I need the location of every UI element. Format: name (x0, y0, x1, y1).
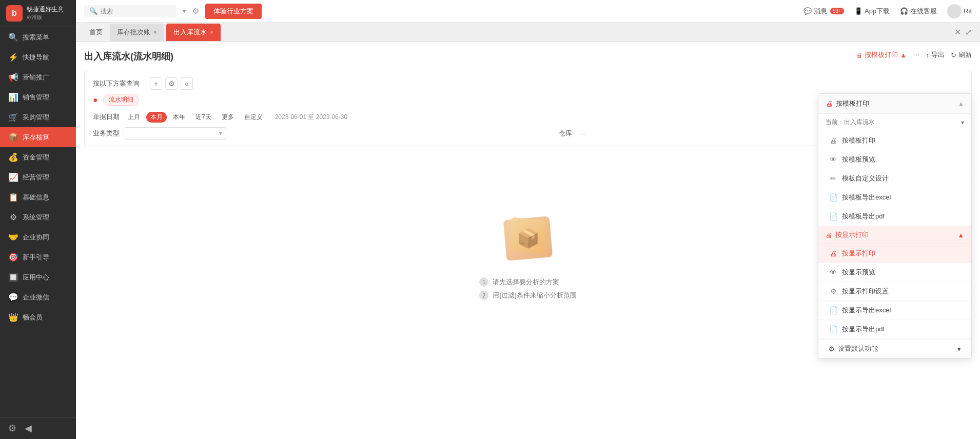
close-window-button[interactable]: ✕ (954, 27, 961, 37)
tag-dot-icon: ● (93, 95, 98, 105)
message-badge: 99+ (830, 8, 844, 14)
dropdown-display-settings[interactable]: ⚙ 按显示打印设置 (818, 282, 971, 301)
filter-actions: + ⚙ « (150, 77, 193, 90)
dropdown-print-icon: 🖨 (826, 99, 833, 108)
box-icon: 📦 (8, 132, 18, 142)
page-title: 出入库流水(流水明细) (84, 50, 972, 63)
handshake-icon: 🤝 (8, 232, 18, 242)
sidebar-item-search[interactable]: 🔍 搜索菜单 (0, 27, 76, 47)
search-input[interactable] (101, 8, 162, 15)
tabbar: 首页 库存批次账 × 出入库流水 × ✕ ⤢ (76, 23, 980, 42)
cart-icon: 🛒 (8, 112, 18, 122)
collapse-filter-button[interactable]: « (181, 77, 193, 90)
dropdown-collapse-icon[interactable]: ▲ (958, 100, 964, 107)
online-service-button[interactable]: 🎧 在线客服 (900, 7, 937, 16)
date-opt-custom[interactable]: 自定义 (240, 112, 267, 123)
tab-inventory-batch-close[interactable]: × (153, 29, 157, 36)
sidebar-item-system[interactable]: ⚙ 系统管理 (0, 207, 76, 227)
sidebar-item-sales[interactable]: 📊 销售管理 (0, 87, 76, 107)
sidebar-bottom: ⚙ ◀ (0, 417, 76, 439)
messages-button[interactable]: 💬 消息 99+ (803, 7, 844, 16)
empty-step-2: 2 用[过滤]条件来缩小分析范围 (479, 291, 576, 300)
dropdown-footer[interactable]: ⚙ 设置默认功能 ▾ (818, 339, 971, 358)
edit-item-icon: ✏ (829, 174, 838, 183)
collapse-sidebar-icon[interactable]: ◀ (25, 423, 32, 434)
trial-button[interactable]: 体验行业方案 (205, 4, 262, 19)
avatar-img (947, 4, 962, 18)
date-range: 2023-06-01 至 2023-06-30 (275, 113, 347, 122)
filter-label: 按以下方案查询 (93, 79, 140, 88)
biz-type-label: 业务类型 (93, 129, 120, 138)
warehouse-more-icon[interactable]: ··· (580, 130, 586, 137)
sidebar-item-purchase[interactable]: 🛒 采购管理 (0, 107, 76, 127)
dropdown-template-excel[interactable]: 📄 按模板导出excel (818, 188, 971, 207)
biz-type-field: 业务类型 ▾ (93, 127, 226, 139)
dropdown-template-pdf[interactable]: 📄 按模板导出pdf (818, 207, 971, 226)
flow-detail-tag[interactable]: 流水明细 (103, 94, 139, 106)
sidebar-item-operations[interactable]: 📈 经营管理 (0, 167, 76, 187)
dropdown-template-preview[interactable]: 👁 按模板预览 (818, 150, 971, 169)
display-preview-icon: 👁 (829, 268, 838, 276)
tab-home[interactable]: 首页 (84, 24, 108, 41)
topbar-search[interactable]: 🔍 (84, 5, 177, 17)
sidebar-item-guide[interactable]: 🎯 新手引导 (0, 247, 76, 267)
dropdown-template-custom[interactable]: ✏ 模板自定义设计 (818, 169, 971, 188)
date-field: 单据日期 上月 本月 本年 近7天 更多 自定义 2023-06-01 至 20… (93, 112, 347, 123)
pdf-item-icon: 📄 (829, 212, 838, 221)
dropdown-display-print[interactable]: 🖨 按显示打印 (818, 244, 971, 263)
preview-item-icon: 👁 (829, 155, 838, 164)
dropdown-display-excel[interactable]: 📄 按显示导出excel (818, 301, 971, 320)
search-topbar-icon: 🔍 (89, 7, 97, 15)
sidebar-item-finance[interactable]: 💰 资金管理 (0, 147, 76, 167)
refresh-button[interactable]: ↻ 刷新 (951, 50, 972, 59)
display-section-icon: 🖨 (826, 231, 832, 239)
dropdown-template-print[interactable]: 🖨 按模板打印 (818, 131, 971, 150)
tab-inventory-flow[interactable]: 出入库流水 × (166, 24, 221, 41)
dropdown-current: 当前：出入库流水 ▾ (818, 114, 971, 131)
sidebar-item-apps[interactable]: 🔲 应用中心 (0, 267, 76, 287)
topbar-gear-icon[interactable]: ⚙ (192, 6, 199, 16)
tab-inventory-batch[interactable]: 库存批次账 × (110, 24, 164, 41)
settings-icon[interactable]: ⚙ (8, 423, 16, 434)
search-dropdown-icon[interactable]: ▾ (183, 8, 186, 15)
settings-filter-button[interactable]: ⚙ (165, 77, 178, 90)
add-filter-button[interactable]: + (150, 77, 162, 90)
display-section-chevron-up[interactable]: ▲ (957, 231, 964, 239)
tabbar-right: ✕ ⤢ (954, 27, 972, 37)
grid-icon: 🔲 (8, 272, 18, 282)
empty-box-icon: 📦 (517, 228, 540, 249)
user-name: Rit (964, 7, 972, 15)
sidebar-item-inventory[interactable]: 📦 库存核算 (0, 127, 76, 147)
footer-chevron-icon: ▾ (957, 345, 961, 353)
user-avatar[interactable]: Rit (947, 4, 972, 18)
sidebar-item-members[interactable]: 👑 畅会员 (0, 307, 76, 327)
date-opt-7days[interactable]: 近7天 (191, 112, 215, 123)
sidebar-item-quick-nav[interactable]: ⚡ 快捷导航 (0, 47, 76, 67)
dropdown-display-pdf[interactable]: 📄 按显示导出pdf (818, 320, 971, 339)
date-opt-last-month[interactable]: 上月 (124, 112, 144, 123)
topbar: 🔍 ▾ ⚙ 体验行业方案 💬 消息 99+ 📱 App下载 🎧 在线客服 Rit (76, 0, 980, 23)
dropdown-display-preview[interactable]: 👁 按显示预览 (818, 263, 971, 282)
biz-type-select[interactable] (124, 127, 226, 139)
target-icon: 🎯 (8, 252, 18, 262)
app-logo-icon: b (6, 5, 23, 22)
sidebar-item-basic[interactable]: 📋 基础信息 (0, 187, 76, 207)
date-opt-this-year[interactable]: 本年 (169, 112, 189, 123)
app-download-button[interactable]: 📱 App下载 (854, 7, 890, 16)
sidebar-item-wechat[interactable]: 💬 企业微信 (0, 287, 76, 307)
dropdown-display-section[interactable]: 🖨 按显示打印 ▲ (818, 226, 971, 244)
tab-inventory-flow-close[interactable]: × (210, 29, 213, 36)
sidebar-item-marketing[interactable]: 📢 营销推广 (0, 67, 76, 87)
date-opt-more[interactable]: 更多 (218, 112, 238, 123)
expand-window-button[interactable]: ⤢ (965, 27, 972, 37)
more-options-button[interactable]: ··· (913, 50, 919, 59)
chevron-up-icon: ▲ (900, 51, 907, 59)
date-opt-this-month[interactable]: 本月 (146, 112, 167, 123)
empty-step-1: 1 请先选择要分析的方案 (479, 277, 576, 287)
sidebar-item-cooperation[interactable]: 🤝 企业协同 (0, 227, 76, 247)
export-button[interactable]: ↑ 导出 (926, 50, 945, 59)
dropdown-sub-chevron[interactable]: ▾ (961, 119, 964, 126)
main-area: 🔍 ▾ ⚙ 体验行业方案 💬 消息 99+ 📱 App下载 🎧 在线客服 Rit (76, 0, 980, 439)
page-top-actions: 🖨 按模板打印 ▲ ··· ↑ 导出 ↻ 刷新 (856, 50, 972, 59)
print-template-button[interactable]: 🖨 按模板打印 ▲ (856, 50, 907, 59)
